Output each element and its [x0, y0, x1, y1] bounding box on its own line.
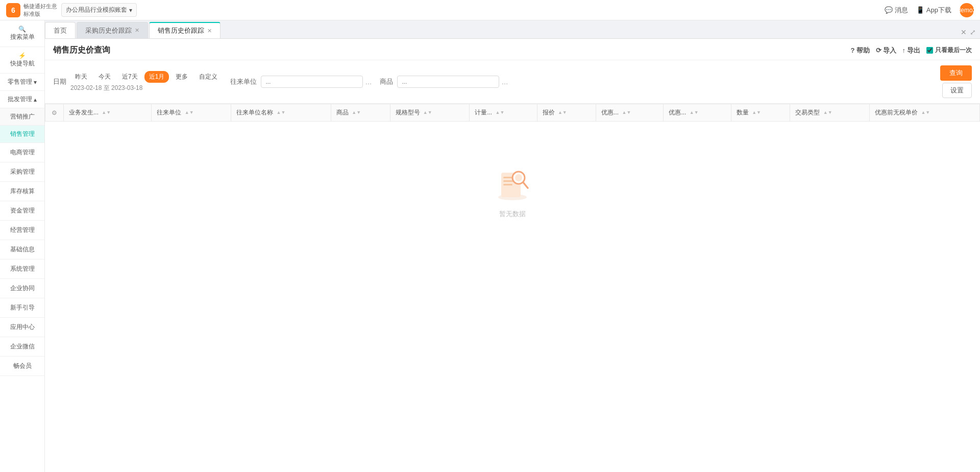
sidebar-item-retail[interactable]: 零售管理 ▾	[0, 74, 44, 91]
goods-input-group: …	[397, 76, 508, 88]
top-bar-right: 💬 消息 📱 App下载 demo2	[885, 3, 974, 17]
sidebar-item-appstore[interactable]: 应用中心	[0, 318, 44, 337]
filter-action-area: 查询 设置	[940, 65, 972, 98]
only-last-checkbox[interactable]	[926, 47, 933, 54]
chevron-up-icon: ▴	[34, 96, 37, 103]
sidebar-item-purchase[interactable]: 采购管理	[0, 162, 44, 182]
sort-icon: ▲▼	[558, 110, 567, 115]
sort-icon: ▲▼	[185, 110, 194, 115]
tab-close-sales[interactable]: ✕	[207, 28, 212, 34]
sidebar-item-shortcut[interactable]: ⚡ 快捷导航	[0, 47, 44, 74]
export-icon: ↑	[902, 46, 906, 54]
th-quantity[interactable]: 数量 ▲▼	[731, 104, 790, 122]
sidebar-sub-marketing: 营销推广 销售管理	[0, 108, 44, 143]
date-range-text: 2023-02-18 至 2023-03-18	[70, 84, 222, 92]
th-biz-date[interactable]: 业务发生... ▲▼	[64, 104, 152, 122]
sidebar: 🔍 搜索菜单 ⚡ 快捷导航 零售管理 ▾ 批发管理 ▴ 营销推广 销售管理 电商…	[0, 20, 45, 472]
sidebar-item-inventory[interactable]: 库存核算	[0, 182, 44, 201]
date-label: 日期	[53, 77, 66, 86]
sidebar-item-wholesale[interactable]: 批发管理 ▴	[0, 91, 44, 108]
download-icon: 📱	[916, 6, 924, 14]
table-area: ⚙ 业务发生... ▲▼ 往来单位 ▲▼ 往来单位名称	[45, 104, 980, 472]
content-area: 首页 采购历史价跟踪 ✕ 销售历史价跟踪 ✕ ✕ ⤢ 销售历史价查询	[45, 20, 980, 472]
sidebar-item-finance[interactable]: 资金管理	[0, 201, 44, 221]
th-spec[interactable]: 规格型号 ▲▼	[390, 104, 470, 122]
message-button[interactable]: 💬 消息	[885, 6, 908, 15]
th-trade-type[interactable]: 交易类型 ▲▼	[790, 104, 870, 122]
gear-icon[interactable]: ⚙	[52, 109, 57, 116]
goods-input[interactable]	[397, 76, 499, 88]
help-icon: ?	[851, 46, 855, 54]
date-btn-1month[interactable]: 近1月	[144, 71, 169, 83]
svg-point-6	[515, 174, 522, 181]
date-btn-custom[interactable]: 自定义	[194, 71, 222, 83]
close-tab-button[interactable]: ✕	[961, 28, 967, 36]
export-button[interactable]: ↑ 导出	[902, 46, 921, 55]
app-selector[interactable]: 办公用品行业模拟账套 ▾	[61, 3, 137, 17]
tab-purchase-history[interactable]: 采购历史价跟踪 ✕	[77, 22, 148, 38]
goods-filter-group: 商品 …	[380, 76, 508, 88]
empty-icon	[492, 162, 533, 203]
th-discount2[interactable]: 优惠... ▲▼	[664, 104, 731, 122]
sidebar-item-member[interactable]: 畅会员	[0, 357, 44, 376]
import-button[interactable]: ⟳ 导入	[876, 46, 896, 55]
tab-sales-history[interactable]: 销售历史价跟踪 ✕	[149, 22, 220, 38]
sidebar-item-guide[interactable]: 新手引导	[0, 298, 44, 318]
query-button[interactable]: 查询	[940, 65, 972, 81]
sidebar-item-wechat[interactable]: 企业微信	[0, 337, 44, 357]
sort-icon: ▲▼	[423, 110, 432, 115]
top-bar: 6 畅捷通好生意 标准版 办公用品行业模拟账套 ▾ 💬 消息 📱 App下载 d…	[0, 0, 980, 20]
top-bar-left: 6 畅捷通好生意 标准版 办公用品行业模拟账套 ▾	[6, 3, 137, 17]
tab-home[interactable]: 首页	[45, 22, 76, 38]
counter-party-filter-group: 往来单位 …	[230, 76, 372, 88]
sidebar-item-enterprise[interactable]: 企业协同	[0, 279, 44, 298]
counter-party-more-icon[interactable]: …	[365, 78, 372, 86]
tab-bar: 首页 采购历史价跟踪 ✕ 销售历史价跟踪 ✕ ✕ ⤢	[45, 20, 980, 39]
results-table: ⚙ 业务发生... ▲▼ 往来单位 ▲▼ 往来单位名称	[45, 104, 980, 122]
th-goods[interactable]: 商品 ▲▼	[331, 104, 390, 122]
svg-rect-4	[503, 184, 512, 185]
help-button[interactable]: ? 帮助	[851, 46, 870, 55]
import-icon: ⟳	[876, 46, 881, 54]
sidebar-sub-item-marketing[interactable]: 营销推广	[0, 108, 44, 126]
th-pre-tax-price[interactable]: 优惠前无税单价 ▲▼	[870, 104, 980, 122]
sidebar-sub-item-sales[interactable]: 销售管理	[0, 126, 44, 143]
tab-close-purchase[interactable]: ✕	[135, 27, 139, 34]
page-title: 销售历史价查询	[53, 45, 110, 56]
th-unit[interactable]: 计量... ▲▼	[470, 104, 537, 122]
th-quote[interactable]: 报价 ▲▼	[537, 104, 596, 122]
sidebar-item-system[interactable]: 系统管理	[0, 259, 44, 279]
date-btn-yesterday[interactable]: 昨天	[70, 71, 92, 83]
maximize-button[interactable]: ⤢	[970, 28, 976, 36]
sidebar-item-operations[interactable]: 经营管理	[0, 221, 44, 240]
sort-icon: ▲▼	[352, 110, 361, 115]
sort-icon: ▲▼	[276, 110, 285, 115]
empty-text: 暂无数据	[499, 209, 526, 219]
app-download-button[interactable]: 📱 App下载	[916, 6, 951, 15]
date-btn-today[interactable]: 今天	[94, 71, 115, 83]
logo-text: 畅捷通好生意 标准版	[23, 3, 57, 17]
sort-icon: ▲▼	[752, 110, 761, 115]
th-gear: ⚙	[45, 104, 64, 122]
user-button[interactable]: demo2	[960, 3, 974, 17]
settings-button[interactable]: 设置	[942, 83, 972, 98]
shortcut-icon: ⚡	[2, 52, 42, 59]
date-filter-group: 日期 昨天 今天 近7天 近1月 更多 自定义 2023-02-18 至 202…	[53, 71, 222, 92]
sidebar-item-search[interactable]: 🔍 搜索菜单	[0, 20, 44, 47]
filter-area: 日期 昨天 今天 近7天 近1月 更多 自定义 2023-02-18 至 202…	[45, 60, 980, 104]
chevron-down-icon: ▾	[34, 79, 37, 86]
goods-more-icon[interactable]: …	[501, 78, 508, 86]
th-counter-party[interactable]: 往来单位 ▲▼	[152, 104, 231, 122]
th-counter-party-name[interactable]: 往来单位名称 ▲▼	[231, 104, 331, 122]
sidebar-item-basic[interactable]: 基础信息	[0, 240, 44, 259]
svg-line-7	[523, 182, 528, 188]
sidebar-item-ecommerce[interactable]: 电商管理	[0, 143, 44, 162]
counter-party-input[interactable]	[261, 76, 363, 88]
main-layout: 🔍 搜索菜单 ⚡ 快捷导航 零售管理 ▾ 批发管理 ▴ 营销推广 销售管理 电商…	[0, 20, 980, 472]
date-btn-7days[interactable]: 近7天	[117, 71, 142, 83]
table-header-row: ⚙ 业务发生... ▲▼ 往来单位 ▲▼ 往来单位名称	[45, 104, 980, 122]
avatar: demo2	[960, 3, 974, 17]
date-btn-more[interactable]: 更多	[171, 71, 192, 83]
only-last-checkbox-label[interactable]: 只看最后一次	[926, 46, 972, 55]
th-discount1[interactable]: 优惠... ▲▼	[596, 104, 664, 122]
